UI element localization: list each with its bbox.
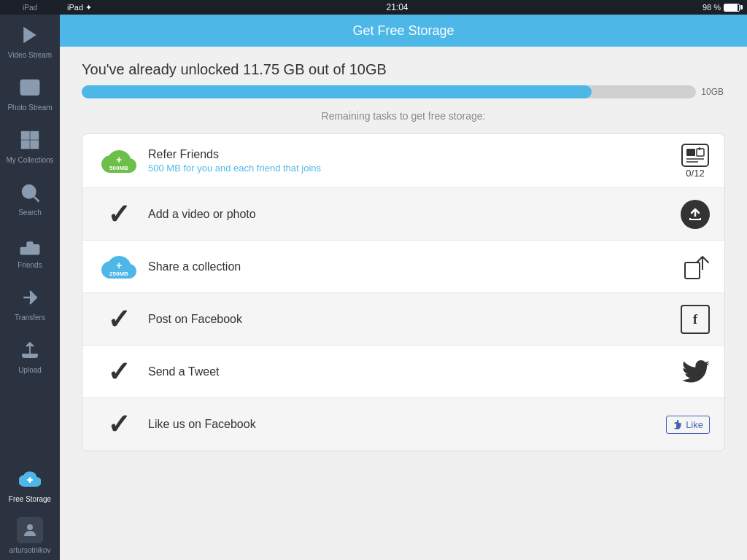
refer-friends-action[interactable]: 0/12 bbox=[666, 143, 710, 179]
svg-rect-6 bbox=[31, 141, 38, 148]
refer-friends-icon-area: + 500MB bbox=[97, 144, 141, 178]
twitter-action[interactable] bbox=[666, 360, 710, 384]
play-icon bbox=[17, 22, 43, 48]
username-label: artursotnikov bbox=[9, 546, 50, 554]
like-facebook-icon-area: ✓ bbox=[97, 411, 141, 438]
facebook-post-content: Post on Facebook bbox=[141, 313, 666, 326]
svg-point-7 bbox=[23, 185, 36, 198]
twitter-title: Send a Tweet bbox=[148, 365, 666, 378]
battery-icon bbox=[724, 4, 740, 12]
checkmark-add-video: ✓ bbox=[107, 201, 131, 228]
grid-icon bbox=[17, 127, 43, 153]
sidebar-item-photo-stream[interactable]: Photo Stream bbox=[0, 67, 60, 120]
like-label: Like bbox=[686, 419, 703, 430]
like-facebook-action[interactable]: Like bbox=[666, 416, 710, 434]
share-collection-content: Share a collection bbox=[141, 260, 666, 273]
twitter-icon-area: ✓ bbox=[97, 358, 141, 386]
progress-bar-wrapper: 10GB bbox=[82, 85, 696, 98]
user-avatar-area[interactable]: artursotnikov bbox=[0, 511, 60, 560]
sidebar-item-transfers[interactable]: Transfers bbox=[0, 277, 60, 330]
device-status: iPad ✦ bbox=[67, 3, 92, 12]
sidebar-device-label: iPad bbox=[23, 4, 37, 12]
cloud-plus-active-icon bbox=[17, 466, 43, 492]
sidebar-label-friends: Friends bbox=[18, 261, 42, 270]
sidebar-label-search: Search bbox=[18, 209, 42, 217]
sidebar-item-upload[interactable]: Upload bbox=[0, 330, 60, 382]
cloud-blue-icon: + 250MB bbox=[98, 250, 139, 284]
svg-rect-3 bbox=[22, 132, 29, 139]
facebook-post-action[interactable]: f bbox=[666, 305, 710, 334]
photo-icon bbox=[17, 74, 43, 101]
storage-title: You've already unlocked 11.75 GB out of … bbox=[82, 61, 725, 78]
sidebar-item-my-collections[interactable]: My Collections bbox=[0, 120, 60, 172]
search-icon bbox=[17, 179, 43, 206]
add-video-content: Add a video or photo bbox=[141, 208, 666, 221]
friends-icon bbox=[17, 232, 43, 258]
content-area: You've already unlocked 11.75 GB out of … bbox=[60, 47, 747, 560]
task-row-like-facebook[interactable]: ✓ Like us on Facebook Like bbox=[82, 398, 724, 451]
add-video-title: Add a video or photo bbox=[148, 208, 666, 221]
sidebar-status: iPad bbox=[0, 0, 60, 15]
main-content: iPad ✦ 21:04 98 % Get Free Storage You'v… bbox=[60, 0, 747, 560]
battery-status: 98 % bbox=[703, 3, 740, 12]
sidebar-label-free-storage: Free Storage bbox=[9, 495, 51, 504]
svg-rect-24 bbox=[697, 149, 704, 156]
page-header: Get Free Storage bbox=[60, 15, 747, 47]
upload-circle-icon bbox=[681, 200, 710, 229]
cloud-green-icon: + 500MB bbox=[98, 144, 139, 178]
checkmark-twitter: ✓ bbox=[107, 358, 131, 386]
task-row-share[interactable]: + 250MB Share a collection bbox=[82, 241, 724, 293]
checkmark-facebook: ✓ bbox=[107, 306, 131, 333]
twitter-content: Send a Tweet bbox=[141, 365, 666, 378]
page-title: Get Free Storage bbox=[352, 23, 454, 39]
refer-friends-subtitle: 500 MB for you and each friend that join… bbox=[148, 163, 666, 174]
add-video-icon-area: ✓ bbox=[97, 201, 141, 228]
like-facebook-content: Like us on Facebook bbox=[141, 418, 666, 431]
svg-text:500MB: 500MB bbox=[109, 165, 128, 171]
like-button[interactable]: Like bbox=[666, 416, 710, 434]
share-collection-action[interactable] bbox=[666, 254, 710, 280]
svg-line-8 bbox=[34, 197, 39, 202]
share-icon bbox=[684, 254, 710, 280]
status-bar: iPad ✦ 21:04 98 % bbox=[60, 0, 747, 15]
refer-friends-content: Refer Friends 500 MB for you and each fr… bbox=[141, 148, 666, 174]
svg-text:+: + bbox=[116, 260, 122, 271]
svg-text:f: f bbox=[693, 312, 698, 327]
battery-label: 98 % bbox=[703, 3, 721, 12]
share-collection-icon-area: + 250MB bbox=[97, 250, 141, 284]
sidebar-label-video-stream: Video Stream bbox=[8, 51, 52, 60]
task-row-twitter[interactable]: ✓ Send a Tweet bbox=[82, 346, 724, 398]
progress-max-label: 10GB bbox=[701, 85, 724, 98]
refer-count-area: 0/12 bbox=[681, 143, 710, 179]
task-row-add-video[interactable]: ✓ Add a video or photo bbox=[82, 188, 724, 241]
sidebar-item-friends[interactable]: Friends bbox=[0, 225, 60, 277]
task-row-facebook[interactable]: ✓ Post on Facebook f bbox=[82, 293, 724, 346]
svg-rect-23 bbox=[686, 149, 695, 156]
sidebar-label-photo-stream: Photo Stream bbox=[7, 104, 52, 112]
facebook-post-icon-area: ✓ bbox=[97, 306, 141, 333]
svg-rect-4 bbox=[31, 132, 38, 139]
svg-rect-5 bbox=[22, 141, 29, 148]
sidebar-label-transfers: Transfers bbox=[15, 314, 45, 322]
sidebar-item-search[interactable]: Search bbox=[0, 172, 60, 225]
refer-count-label: 0/12 bbox=[686, 168, 704, 179]
thumbsup-icon bbox=[673, 419, 683, 429]
svg-rect-11 bbox=[32, 245, 39, 254]
task-row-refer-friends[interactable]: + 500MB Refer Friends 500 MB for you and… bbox=[82, 134, 724, 188]
refer-friends-title: Refer Friends bbox=[148, 148, 666, 161]
upload-icon bbox=[17, 337, 43, 363]
share-collection-title: Share a collection bbox=[148, 260, 666, 273]
sidebar-item-free-storage[interactable]: Free Storage bbox=[0, 459, 60, 511]
checkmark-like: ✓ bbox=[107, 411, 131, 438]
svg-text:250MB: 250MB bbox=[109, 271, 128, 277]
facebook-post-title: Post on Facebook bbox=[148, 313, 666, 326]
like-facebook-title: Like us on Facebook bbox=[148, 418, 666, 431]
sidebar-item-video-stream[interactable]: Video Stream bbox=[0, 15, 60, 67]
progress-bar-fill bbox=[82, 85, 592, 98]
transfers-icon bbox=[17, 284, 43, 311]
sidebar-label-upload: Upload bbox=[18, 366, 42, 375]
svg-marker-0 bbox=[23, 27, 36, 44]
add-video-action[interactable] bbox=[666, 200, 710, 229]
storage-info: You've already unlocked 11.75 GB out of … bbox=[82, 61, 725, 98]
remaining-text: Remaining tasks to get free storage: bbox=[82, 110, 725, 122]
